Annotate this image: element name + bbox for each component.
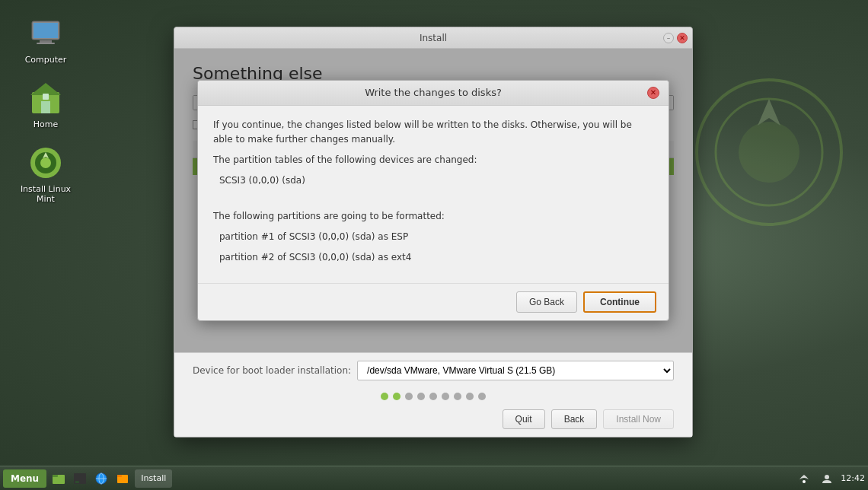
desktop-icon-computer[interactable]: Computer bbox=[15, 15, 76, 65]
svg-point-14 bbox=[739, 122, 799, 183]
svg-rect-2 bbox=[40, 40, 52, 43]
dot-2 bbox=[393, 393, 400, 400]
write-changes-dialog: Write the changes to disks? ✕ If you con… bbox=[197, 80, 669, 322]
window-content: Something else free space 1.0 MB bbox=[174, 49, 692, 352]
taskbar-install-app[interactable]: Install bbox=[135, 469, 172, 488]
dialog-close-button[interactable]: ✕ bbox=[647, 87, 659, 99]
dot-6 bbox=[442, 393, 449, 400]
dot-7 bbox=[454, 393, 461, 400]
dialog-title: Write the changes to disks? bbox=[219, 87, 647, 98]
window-controls: – ✕ bbox=[663, 33, 688, 43]
home-icon-label: Home bbox=[34, 119, 58, 129]
quit-button[interactable]: Quit bbox=[503, 409, 545, 429]
svg-rect-6 bbox=[41, 101, 50, 113]
minimize-button[interactable]: – bbox=[663, 33, 674, 43]
window-bottom: Device for boot loader installation: /de… bbox=[174, 352, 692, 437]
desktop: Computer Home bbox=[0, 0, 868, 490]
svg-marker-5 bbox=[30, 83, 61, 95]
install-mint-icon bbox=[27, 145, 64, 181]
svg-rect-1 bbox=[34, 23, 58, 38]
install-now-button[interactable]: Install Now bbox=[603, 409, 674, 429]
svg-point-10 bbox=[40, 158, 51, 168]
desktop-icons-container: Computer Home bbox=[15, 15, 76, 204]
mint-logo-decoration bbox=[693, 76, 845, 228]
dot-9 bbox=[478, 393, 486, 400]
dialog-section1-title: The partition tables of the following de… bbox=[213, 153, 653, 167]
continue-button[interactable]: Continue bbox=[583, 291, 656, 313]
svg-rect-7 bbox=[43, 94, 49, 100]
taskbar-icon-files[interactable] bbox=[113, 469, 132, 488]
home-icon bbox=[27, 80, 64, 116]
dot-1 bbox=[381, 393, 388, 400]
taskbar-icon-filemanager[interactable] bbox=[49, 469, 68, 488]
taskbar: Menu _ Install bbox=[0, 466, 868, 490]
dialog-message1: If you continue, the changes listed belo… bbox=[213, 118, 653, 147]
progress-dots bbox=[193, 387, 674, 403]
svg-text:_: _ bbox=[75, 476, 79, 482]
computer-icon-label: Computer bbox=[25, 55, 67, 65]
install-window: Install – ✕ Something else bbox=[174, 27, 693, 438]
svg-point-25 bbox=[803, 480, 806, 483]
dot-5 bbox=[429, 393, 437, 400]
taskbar-icon-terminal[interactable]: _ bbox=[71, 469, 89, 488]
dot-8 bbox=[466, 393, 474, 400]
dialog-section2-line2: partition #2 of SCSI3 (0,0,0) (sda) as e… bbox=[219, 250, 653, 265]
go-back-button[interactable]: Go Back bbox=[516, 291, 577, 313]
taskbar-icon-browser[interactable] bbox=[92, 469, 110, 488]
window-title: Install bbox=[420, 33, 447, 43]
device-select-row: Device for boot loader installation: /de… bbox=[193, 361, 674, 380]
desktop-icon-home[interactable]: Home bbox=[15, 80, 76, 129]
device-selector-label: Device for boot loader installation: bbox=[193, 365, 351, 376]
install-mint-icon-label: Install Linux Mint bbox=[15, 184, 76, 204]
svg-point-26 bbox=[825, 475, 829, 479]
dialog-section2-title: The following partitions are going to be… bbox=[213, 209, 653, 224]
taskbar-right: 12:42 bbox=[795, 469, 865, 488]
network-icon[interactable] bbox=[795, 469, 813, 488]
dot-4 bbox=[417, 393, 425, 400]
device-selector[interactable]: /dev/sda VMware, VMware Virtual S (21.5 … bbox=[357, 361, 674, 380]
dialog-section2-line1: partition #1 of SCSI3 (0,0,0) (sda) as E… bbox=[219, 230, 653, 244]
svg-rect-24 bbox=[117, 475, 122, 477]
close-button[interactable]: ✕ bbox=[677, 33, 688, 43]
desktop-icon-install[interactable]: Install Linux Mint bbox=[15, 145, 76, 204]
svg-rect-3 bbox=[37, 43, 55, 44]
back-button[interactable]: Back bbox=[551, 409, 598, 429]
bottom-buttons: Quit Back Install Now bbox=[193, 409, 674, 429]
window-titlebar: Install – ✕ bbox=[174, 27, 692, 49]
dialog-footer: Go Back Continue bbox=[198, 283, 669, 320]
taskbar-time: 12:42 bbox=[841, 473, 865, 483]
taskbar-menu[interactable]: Menu bbox=[3, 469, 46, 488]
dot-3 bbox=[405, 393, 413, 400]
user-icon[interactable] bbox=[818, 469, 836, 488]
dialog-body: If you continue, the changes listed belo… bbox=[198, 106, 669, 284]
dialog-overlay: Write the changes to disks? ✕ If you con… bbox=[174, 49, 692, 352]
svg-marker-15 bbox=[758, 99, 780, 126]
dialog-section1-content: SCSI3 (0,0,0) (sda) bbox=[219, 173, 653, 188]
dialog-titlebar: Write the changes to disks? ✕ bbox=[198, 81, 669, 106]
svg-rect-17 bbox=[53, 475, 58, 477]
computer-icon bbox=[27, 15, 64, 52]
